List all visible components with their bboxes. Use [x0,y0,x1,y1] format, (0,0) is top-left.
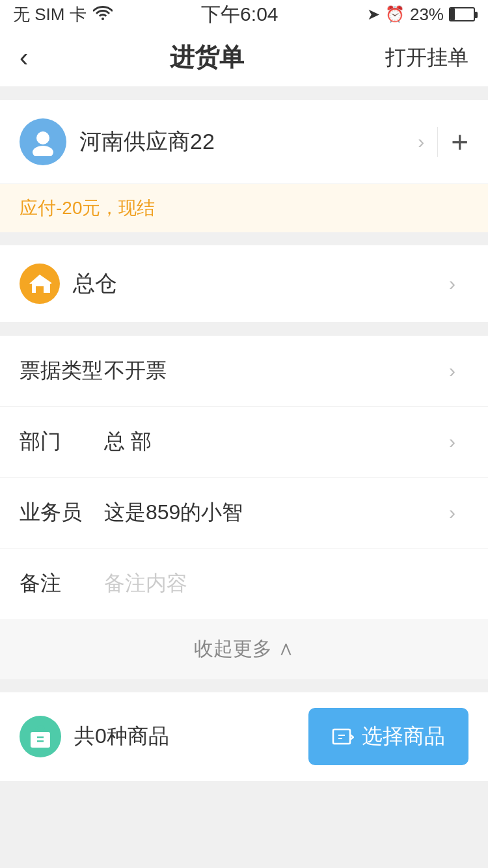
status-right: ➤ ⏰ 23% [367,5,475,25]
svg-point-0 [36,131,49,144]
select-product-label: 选择商品 [362,722,445,751]
svg-point-1 [33,146,53,156]
section-gap-2 [0,232,488,245]
shopping-bag-icon [28,724,53,749]
supplier-row[interactable]: 河南供应商22 › + [0,100,488,184]
remark-row[interactable]: 备注 备注内容 [0,548,488,619]
wifi-icon [93,5,113,25]
page-title: 进货单 [170,41,244,74]
supplier-avatar [20,118,66,165]
bottom-bar: 共0种商品 选择商品 [0,692,488,781]
product-count-text: 共0种商品 [74,722,308,751]
department-value: 总 部 [104,427,449,456]
person-icon [29,128,57,156]
salesperson-chevron-icon: › [449,502,455,524]
status-bar: 无 SIM 卡 下午6:04 ➤ ⏰ 23% [0,0,488,29]
remark-input[interactable]: 备注内容 [104,569,468,598]
supplier-chevron-icon: › [418,131,424,153]
svg-rect-3 [31,732,50,748]
invoice-type-chevron-icon: › [449,360,455,382]
alarm-icon: ⏰ [385,5,405,23]
section-gap-3 [0,322,488,335]
warehouse-icon [20,264,60,304]
select-product-button[interactable]: 选择商品 [308,708,468,765]
svg-rect-4 [333,729,350,744]
section-gap-1 [0,87,488,100]
battery-icon [449,7,475,21]
warehouse-card: 总仓 › [0,245,488,322]
battery-text: 23% [410,5,444,25]
notice-bar: 应付-20元，现结 [0,184,488,232]
department-chevron-icon: › [449,431,455,453]
supplier-card: 河南供应商22 › + 应付-20元，现结 [0,100,488,232]
remark-label: 备注 [20,569,104,598]
home-icon [28,272,51,295]
svg-rect-2 [36,286,44,293]
add-supplier-button[interactable]: + [437,127,468,157]
department-label: 部门 [20,427,104,456]
invoice-type-row[interactable]: 票据类型 不开票 › [0,335,488,406]
location-icon: ➤ [367,5,380,23]
select-product-icon [332,726,354,748]
bottom-background [0,781,488,868]
invoice-type-value: 不开票 [104,357,449,385]
salesperson-row[interactable]: 业务员 这是859的小智 › [0,477,488,548]
supplier-name: 河南供应商22 [79,127,418,157]
warehouse-row[interactable]: 总仓 › [0,245,488,322]
open-pending-button[interactable]: 打开挂单 [385,44,468,72]
salesperson-value: 这是859的小智 [104,498,449,527]
warehouse-chevron-icon: › [449,273,455,295]
product-count-icon [20,716,61,757]
form-card: 票据类型 不开票 › 部门 总 部 › 业务员 这是859的小智 › 备注 备注… [0,335,488,679]
nav-bar: ‹ 进货单 打开挂单 [0,29,488,87]
invoice-type-label: 票据类型 [20,357,104,385]
status-left: 无 SIM 卡 [13,3,113,26]
status-time: 下午6:04 [201,1,278,28]
department-row[interactable]: 部门 总 部 › [0,406,488,477]
warehouse-name: 总仓 [73,269,449,299]
collapse-button[interactable]: 收起更多 ∧ [0,619,488,679]
back-button[interactable]: ‹ [20,43,28,72]
carrier-text: 无 SIM 卡 [13,3,87,26]
salesperson-label: 业务员 [20,498,104,527]
